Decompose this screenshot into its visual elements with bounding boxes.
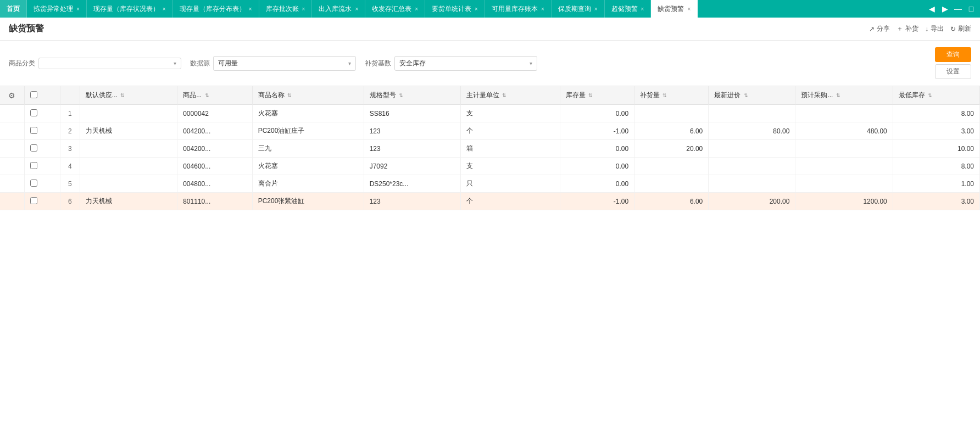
sort-icon-replenish: ⇅ <box>662 93 667 98</box>
th-product-name[interactable]: 商品名称 ⇅ <box>252 86 364 105</box>
replenish-button[interactable]: ＋ 补货 <box>897 24 918 33</box>
share-button[interactable]: ↗ 分享 <box>869 24 890 33</box>
row-checkbox[interactable] <box>30 162 37 169</box>
category-select[interactable]: ▾ <box>38 58 181 69</box>
th-replenish-qty-label: 补货量 <box>640 91 660 99</box>
row-spec: 123 <box>364 140 460 158</box>
row-checkbox-cell[interactable] <box>24 122 60 140</box>
row-checkbox[interactable] <box>30 127 37 134</box>
row-number: 3 <box>60 140 80 158</box>
row-checkbox[interactable] <box>30 180 37 187</box>
th-replenish-qty[interactable]: 补货量 ⇅ <box>634 86 709 105</box>
row-spec: 123 <box>364 122 460 140</box>
row-gear-cell <box>0 122 24 140</box>
row-product-code: 0000042 <box>177 105 252 122</box>
nav-tab-inventory-dist-close[interactable]: × <box>249 6 252 12</box>
nav-tab-inout-flow-close[interactable]: × <box>355 6 358 12</box>
nav-tab-shortage-warning-close[interactable]: × <box>687 6 691 12</box>
nav-tab-overstock-warning[interactable]: 超储预警 × <box>605 0 652 18</box>
row-checkbox-cell[interactable] <box>24 105 60 122</box>
row-stock-qty: 0.00 <box>560 140 634 158</box>
th-stock-qty[interactable]: 库存量 ⇅ <box>560 86 634 105</box>
table-body: 1 0000042 火花塞 SS816 支 0.00 8.00 2 力天机械 0… <box>0 105 980 210</box>
row-checkbox[interactable] <box>30 144 37 152</box>
row-stock-qty: -1.00 <box>560 122 634 140</box>
th-settings[interactable]: ⚙ <box>0 86 24 105</box>
th-latest-price[interactable]: 最新进价 ⇅ <box>709 86 795 105</box>
row-checkbox-cell[interactable] <box>24 175 60 193</box>
gear-icon[interactable]: ⚙ <box>8 91 15 100</box>
row-latest-price: 200.00 <box>709 193 795 210</box>
page-header: 缺货预警 ↗ 分享 ＋ 补货 ↓ 导出 ↻ 刷新 <box>0 18 980 41</box>
th-unit[interactable]: 主计量单位 ⇅ <box>460 86 560 105</box>
nav-tab-inventory-dist[interactable]: 现存量（库存分布表） × <box>173 0 259 18</box>
table-row: 4 004600... 火花塞 J7092 支 0.00 8.00 <box>0 158 980 175</box>
nav-tab-overstock-warning-close[interactable]: × <box>641 6 644 12</box>
th-spec-label: 规格型号 <box>370 91 396 99</box>
row-product-code: 004600... <box>177 158 252 175</box>
nav-next-button[interactable]: ▶ <box>938 2 951 15</box>
nav-maximize-button[interactable]: □ <box>965 2 978 15</box>
nav-tab-inventory-status-label: 现存量（库存状况表） <box>93 4 159 14</box>
th-product-code[interactable]: 商品... ⇅ <box>177 86 252 105</box>
nav-tab-abnormal-label: 拣货异常处理 <box>34 4 73 14</box>
nav-tab-expiry-query[interactable]: 保质期查询 × <box>552 0 605 18</box>
nav-tab-inventory-status[interactable]: 现存量（库存状况表） × <box>87 0 173 18</box>
nav-minimize-button[interactable]: — <box>951 2 965 15</box>
th-default-supplier[interactable]: 默认供应... ⇅ <box>80 86 177 105</box>
datasource-select[interactable]: 可用量 ▾ <box>213 56 356 71</box>
row-default-supplier <box>80 158 177 175</box>
row-spec: SS816 <box>364 105 460 122</box>
row-unit: 支 <box>460 105 560 122</box>
row-checkbox-cell[interactable] <box>24 158 60 175</box>
nav-tab-available-ledger-close[interactable]: × <box>541 6 544 12</box>
replenish-base-select[interactable]: 安全库存 ▾ <box>394 56 537 71</box>
export-button[interactable]: ↓ 导出 <box>925 24 944 33</box>
nav-tab-expiry-query-close[interactable]: × <box>594 6 598 12</box>
nav-tab-receive-summary-close[interactable]: × <box>415 6 418 12</box>
row-checkbox-cell[interactable] <box>24 193 60 210</box>
row-min-stock: 3.00 <box>893 193 979 210</box>
nav-tab-requisition-stats-label: 要货单统计表 <box>432 4 471 14</box>
nav-tab-abnormal-close[interactable]: × <box>76 6 80 12</box>
nav-tab-available-ledger[interactable]: 可用量库存账本 × <box>485 0 552 18</box>
row-checkbox[interactable] <box>30 197 37 204</box>
select-all-checkbox[interactable] <box>30 91 37 98</box>
row-min-stock: 8.00 <box>893 158 979 175</box>
row-checkbox-cell[interactable] <box>24 140 60 158</box>
nav-tab-requisition-stats-close[interactable]: × <box>475 6 478 12</box>
nav-tab-receive-summary[interactable]: 收发存汇总表 × <box>365 0 425 18</box>
nav-tab-inventory-dist-label: 现存量（库存分布表） <box>180 4 246 14</box>
row-latest-price <box>709 175 795 193</box>
refresh-button[interactable]: ↻ 刷新 <box>950 24 971 33</box>
nav-tab-requisition-stats[interactable]: 要货单统计表 × <box>425 0 485 18</box>
nav-tab-inout-flow[interactable]: 出入库流水 × <box>312 0 365 18</box>
datasource-chevron-icon: ▾ <box>348 60 351 66</box>
table-row: 1 0000042 火花塞 SS816 支 0.00 8.00 <box>0 105 980 122</box>
th-no <box>60 86 80 105</box>
nav-tab-expiry-query-label: 保质期查询 <box>558 4 591 14</box>
nav-tab-abnormal[interactable]: 拣货异常处理 × <box>27 0 87 18</box>
th-min-stock[interactable]: 最低库存 ⇅ <box>893 86 979 105</box>
row-latest-price <box>709 105 795 122</box>
nav-prev-button[interactable]: ◀ <box>925 2 938 15</box>
nav-tab-shortage-warning[interactable]: 缺货预警 × <box>651 0 698 18</box>
row-checkbox[interactable] <box>30 109 37 116</box>
row-unit: 支 <box>460 158 560 175</box>
nav-tab-batch-account[interactable]: 库存批次账 × <box>259 0 313 18</box>
nav-tab-inventory-status-close[interactable]: × <box>163 6 166 12</box>
row-latest-price: 80.00 <box>709 122 795 140</box>
nav-tab-batch-account-close[interactable]: × <box>302 6 305 12</box>
th-spec[interactable]: 规格型号 ⇅ <box>364 86 460 105</box>
top-nav: 首页 拣货异常处理 × 现存量（库存状况表） × 现存量（库存分布表） × 库存… <box>0 0 980 18</box>
row-est-purchase <box>795 175 893 193</box>
nav-tab-inout-flow-label: 出入库流水 <box>319 4 352 14</box>
th-est-purchase[interactable]: 预计采购... ⇅ <box>795 86 893 105</box>
row-unit: 个 <box>460 122 560 140</box>
query-button[interactable]: 查询 <box>935 47 971 62</box>
row-product-name: 离合片 <box>252 175 364 193</box>
nav-tab-home[interactable]: 首页 <box>0 0 27 18</box>
row-latest-price <box>709 158 795 175</box>
th-min-stock-label: 最低库存 <box>899 91 925 99</box>
settings-button[interactable]: 设置 <box>935 64 971 79</box>
